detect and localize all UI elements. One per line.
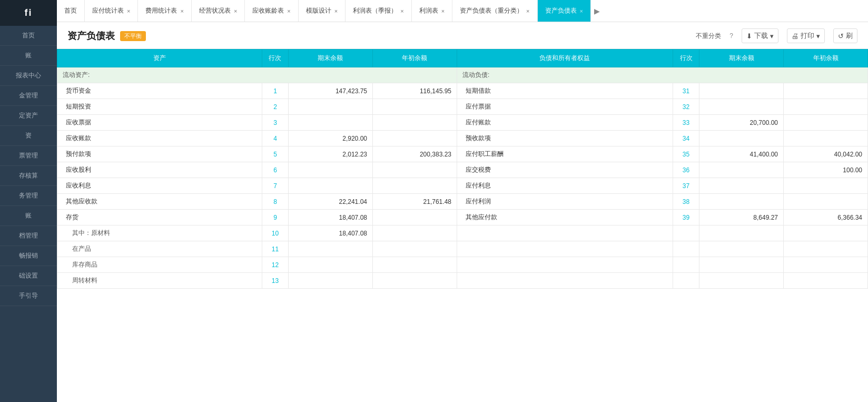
- liability-label: 应付职工薪酬: [457, 146, 673, 162]
- table-row[interactable]: 应收股利 6 应交税费 36 100.00: [57, 162, 868, 178]
- table-row[interactable]: 短期投资 2 应付票据 32: [57, 99, 868, 115]
- asset-end-balance: 22,241.04: [288, 194, 372, 210]
- asset-label: 在产品: [57, 241, 262, 257]
- liability-label: 应交税费: [457, 162, 673, 178]
- table-row[interactable]: 在产品 11: [57, 241, 868, 257]
- tab-balance-reclassify[interactable]: 资产负债表（重分类） ×: [452, 0, 537, 22]
- asset-end-balance: [288, 257, 372, 273]
- sidebar-item-finance-mgmt[interactable]: 金管理: [0, 86, 57, 106]
- asset-label: 货币资金: [57, 83, 262, 99]
- sidebar-item-report-center[interactable]: 报表中心: [0, 66, 57, 86]
- tab-receivable-aging[interactable]: 应收账龄表 ×: [245, 0, 298, 22]
- sidebar-item-guide[interactable]: 手引导: [0, 286, 57, 306]
- asset-begin-balance: [372, 257, 457, 273]
- tab-payable-stat[interactable]: 应付统计表 ×: [85, 0, 138, 22]
- table-row[interactable]: 周转材料 13: [57, 273, 868, 289]
- tab-profit[interactable]: 利润表 ×: [412, 0, 452, 22]
- table-row[interactable]: 预付款项 5 2,012.23 200,383.23 应付职工薪酬 35 41,…: [57, 146, 868, 162]
- th-line-num: 行次: [262, 50, 288, 67]
- asset-begin-balance: [372, 225, 457, 241]
- main-area: 首页 应付统计表 × 费用统计表 × 经营状况表 × 应收账龄表 × 模版设计 …: [57, 0, 868, 402]
- asset-label: 存货: [57, 210, 262, 225]
- tab-close-receivable[interactable]: ×: [287, 8, 290, 14]
- tab-close-balance-reclassify[interactable]: ×: [526, 8, 529, 14]
- tab-template[interactable]: 模版设计 ×: [299, 0, 346, 22]
- liability-end-balance: 8,649.27: [699, 210, 784, 225]
- liability-line: [673, 257, 699, 273]
- report-table: 资产 行次 期末余额 年初余额 负债和所有者权益 行次 期末余额 年初余额 流动…: [57, 49, 868, 289]
- sidebar-item-ledger[interactable]: 账: [0, 206, 57, 226]
- section-current-asset-row: 流动资产: 流动负债:: [57, 67, 868, 83]
- sidebar-item-home[interactable]: 首页: [0, 26, 57, 46]
- no-reclassify-label[interactable]: 不重分类: [696, 32, 721, 41]
- refresh-button[interactable]: ↺ 刷: [833, 28, 857, 43]
- tab-close-balance[interactable]: ×: [580, 8, 583, 14]
- th-liability: 负债和所有者权益: [457, 50, 673, 67]
- sidebar-item-expense[interactable]: 畅报销: [0, 246, 57, 266]
- table-row[interactable]: 其中：原材料 10 18,407.08: [57, 225, 868, 241]
- table-row[interactable]: 其他应收款 8 22,241.04 21,761.48 应付利润 38: [57, 194, 868, 210]
- tab-operation[interactable]: 经营状况表 ×: [192, 0, 245, 22]
- asset-begin-balance: [372, 99, 457, 115]
- row-line: 7: [262, 178, 288, 194]
- table-row[interactable]: 库存商品 12: [57, 257, 868, 273]
- sidebar-item-ticket[interactable]: 票管理: [0, 146, 57, 166]
- table-row[interactable]: 存货 9 18,407.08 其他应付款 39 8,649.27 6,366.3…: [57, 210, 868, 225]
- tab-expense-stat[interactable]: 费用统计表 ×: [138, 0, 191, 22]
- asset-label: 其中：原材料: [57, 225, 262, 241]
- row-line: 8: [262, 194, 288, 210]
- asset-begin-balance: 21,761.48: [372, 194, 457, 210]
- row-line: 2: [262, 99, 288, 115]
- tab-home[interactable]: 首页: [57, 0, 85, 22]
- tab-scroll-right[interactable]: ▶: [591, 7, 604, 15]
- tab-close-template[interactable]: ×: [334, 8, 338, 14]
- asset-end-balance: 2,920.00: [288, 131, 372, 146]
- sidebar-logo: fi: [0, 0, 57, 26]
- asset-label: 短期投资: [57, 99, 262, 115]
- tabbar: 首页 应付统计表 × 费用统计表 × 经营状况表 × 应收账龄表 × 模版设计 …: [57, 0, 868, 22]
- sidebar-item-archive[interactable]: 档管理: [0, 226, 57, 246]
- sidebar-item-basic-settings[interactable]: 础设置: [0, 266, 57, 286]
- row-line: 4: [262, 131, 288, 146]
- tab-profit-quarter[interactable]: 利润表（季报） ×: [346, 0, 411, 22]
- liability-end-balance: [699, 194, 784, 210]
- asset-begin-balance: 116,145.95: [372, 83, 457, 99]
- liability-begin-balance: [784, 273, 868, 289]
- help-icon[interactable]: ?: [729, 32, 733, 40]
- sidebar-item-fixed-assets[interactable]: 定资产: [0, 106, 57, 126]
- table-row[interactable]: 货币资金 1 147,423.75 116,145.95 短期借款 31: [57, 83, 868, 99]
- section-current-liability-label: 流动负债:: [457, 67, 867, 83]
- th-end-balance: 期末余额: [288, 50, 372, 67]
- refresh-icon: ↺: [838, 32, 844, 40]
- liability-label: 应付账款: [457, 115, 673, 131]
- sidebar-item-assets[interactable]: 资: [0, 126, 57, 146]
- tab-close-expense-stat[interactable]: ×: [180, 8, 183, 14]
- table-row[interactable]: 应收利息 7 应付利息 37: [57, 178, 868, 194]
- liability-end-balance: [699, 225, 784, 241]
- sidebar-item-inventory[interactable]: 存核算: [0, 166, 57, 186]
- row-line: 3: [262, 115, 288, 131]
- table-row[interactable]: 应收账款 4 2,920.00 预收款项 34: [57, 131, 868, 146]
- tab-balance[interactable]: 资产负债表 ×: [538, 0, 591, 22]
- sidebar-item-tax[interactable]: 务管理: [0, 186, 57, 206]
- tab-close-operation[interactable]: ×: [234, 8, 237, 14]
- liability-label: [457, 273, 673, 289]
- liability-begin-balance: [784, 115, 868, 131]
- tab-close-profit[interactable]: ×: [441, 8, 445, 14]
- print-chevron-icon: ▾: [816, 32, 820, 40]
- liability-label: [457, 241, 673, 257]
- liability-end-balance: [699, 273, 784, 289]
- table-row[interactable]: 应收票据 3 应付账款 33 20,700.00: [57, 115, 868, 131]
- liability-end-balance: [699, 241, 784, 257]
- liability-end-balance: [699, 162, 784, 178]
- asset-label: 周转材料: [57, 273, 262, 289]
- sidebar-item-account[interactable]: 账: [0, 46, 57, 66]
- download-icon: ⬇: [746, 32, 752, 40]
- tab-close-payable-stat[interactable]: ×: [127, 8, 130, 14]
- asset-label: 应收股利: [57, 162, 262, 178]
- print-button[interactable]: 🖨 打印 ▾: [787, 28, 825, 43]
- tab-close-profit-quarter[interactable]: ×: [400, 8, 403, 14]
- asset-end-balance: 2,012.23: [288, 146, 372, 162]
- liability-label: 短期借款: [457, 83, 673, 99]
- download-button[interactable]: ⬇ 下载 ▾: [742, 28, 778, 43]
